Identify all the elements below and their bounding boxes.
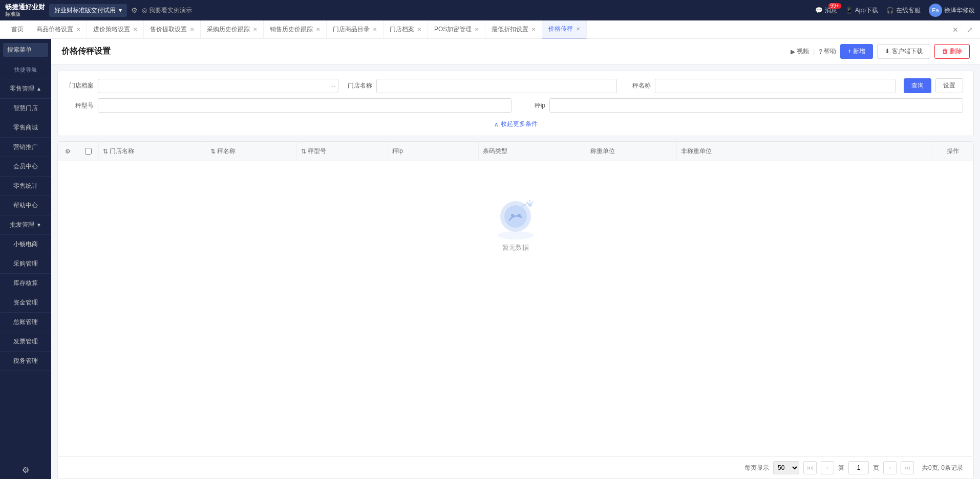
sidebar-item-smart-store[interactable]: 智慧门店: [0, 99, 51, 118]
first-page-button[interactable]: ⏮: [803, 461, 817, 474]
sidebar-item-membership[interactable]: 会员中心: [0, 157, 51, 177]
tab-store-catalog[interactable]: 门店商品目录 ✕: [327, 20, 384, 39]
next-page-button[interactable]: ›: [883, 461, 897, 474]
sidebar-settings-icon[interactable]: ⚙: [22, 465, 29, 475]
sidebar-item-retail-stats[interactable]: 零售统计: [0, 177, 51, 196]
topbar-settings-icon[interactable]: ⚙: [131, 6, 138, 14]
sidebar-item-invoice[interactable]: 发票管理: [0, 332, 51, 352]
sidebar-item-inventory[interactable]: 库存核算: [0, 274, 51, 293]
per-page-select[interactable]: 50 10 20 100: [773, 461, 799, 474]
th-barcode-type: 条码类型: [479, 142, 586, 161]
tab-close-icon[interactable]: ✕: [316, 27, 320, 32]
sidebar-item-ecommerce[interactable]: 小畅电商: [0, 235, 51, 254]
tab-close-icon[interactable]: ✕: [253, 27, 257, 32]
tab-price-scale[interactable]: 价格传秤 ✕: [542, 20, 587, 39]
user-menu-button[interactable]: Ea 徐泽华修改: [929, 4, 975, 17]
help-link[interactable]: ? 帮助: [819, 47, 836, 56]
message-icon: 💬: [815, 7, 823, 14]
video-link[interactable]: ▶ 视频: [791, 47, 809, 56]
sidebar: 搜索菜单 快捷导航 零售管理 ▲ 智慧门店 零售商城 营销推广 会员中心 零售统…: [0, 39, 51, 479]
last-page-button[interactable]: ⏭: [901, 461, 914, 474]
data-table: ⚙ ⇅ 门店名称 ⇅ 秤名称 ⇅ 秤型号: [57, 141, 974, 457]
tab-close-icon[interactable]: ✕: [76, 27, 80, 32]
form-item-store-name: 门店名称: [347, 79, 617, 93]
sidebar-item-finance[interactable]: 资金管理: [0, 293, 51, 313]
page-number-input[interactable]: [848, 461, 869, 474]
scale-name-label: 秤名称: [625, 81, 651, 90]
th-checkbox[interactable]: [78, 142, 99, 161]
messages-button[interactable]: 💬 消息 99+: [815, 6, 837, 15]
tab-purchase-history[interactable]: 采购历史价跟踪 ✕: [201, 20, 264, 39]
tab-sales-history[interactable]: 销售历史价跟踪 ✕: [264, 20, 327, 39]
tab-pos-management[interactable]: POS加密管理 ✕: [428, 20, 485, 39]
top-bar: 畅捷通好业财 标准版 好业财标准版交付试用 ▾ ⚙ ◎ 我要看实例演示 💬 消息…: [0, 0, 980, 20]
scale-name-input[interactable]: [655, 79, 896, 93]
sort-icon[interactable]: ⇅: [301, 148, 306, 155]
tab-close-icon[interactable]: ✕: [576, 26, 580, 32]
ellipsis-icon[interactable]: ···: [330, 82, 335, 90]
scale-model-input[interactable]: [98, 98, 512, 113]
app-download-button[interactable]: 📱 App下载: [845, 6, 878, 15]
sidebar-item-retail-management[interactable]: 零售管理 ▲: [0, 79, 51, 99]
content-area: 价格传秤设置 ▶ 视频 | ? 帮助 + 新增 ⬇ 客户端下载 🗑 删除: [51, 39, 980, 479]
form-item-scale-name: 秤名称: [625, 79, 896, 93]
maximize-tab-icon[interactable]: ⤢: [964, 25, 976, 35]
sidebar-item-marketing[interactable]: 营销推广: [0, 138, 51, 157]
sidebar-item-quick-nav: 快捷导航: [0, 61, 51, 79]
page-title: 价格传秤设置: [61, 46, 111, 57]
online-service-button[interactable]: 🎧 在线客服: [886, 6, 921, 15]
tab-close-icon[interactable]: ✕: [417, 27, 421, 32]
svg-point-0: [498, 231, 534, 239]
select-all-checkbox[interactable]: [85, 148, 92, 155]
tab-close-icon[interactable]: ✕: [133, 27, 137, 32]
store-archive-input[interactable]: [98, 79, 338, 93]
prev-page-button[interactable]: ‹: [821, 461, 834, 474]
chevron-up-icon: ∧: [494, 121, 499, 128]
tab-close-icon[interactable]: ✕: [373, 27, 377, 32]
delete-button[interactable]: 🗑 删除: [934, 44, 970, 59]
store-archive-label: 门店档案: [68, 81, 94, 90]
sidebar-bottom: ⚙: [0, 461, 51, 479]
download-button[interactable]: ⬇ 客户端下载: [877, 44, 930, 59]
close-tab-icon[interactable]: ✕: [949, 25, 962, 35]
version-selector[interactable]: 好业财标准版交付试用 ▾: [49, 4, 127, 17]
settings-form-button[interactable]: 设置: [935, 78, 963, 93]
page-actions: ▶ 视频 | ? 帮助 + 新增 ⬇ 客户端下载 🗑 删除: [791, 44, 970, 59]
scale-ip-input[interactable]: [549, 98, 963, 113]
pagination-total: 共0页, 0条记录: [922, 464, 963, 472]
tab-close-icon[interactable]: ✕: [190, 27, 194, 32]
tab-purchase-strategy[interactable]: 进价策略设置 ✕: [87, 20, 144, 39]
page-suffix: 页: [873, 464, 879, 472]
th-settings[interactable]: ⚙: [58, 142, 78, 161]
sidebar-item-wholesale[interactable]: 批发管理 ▼: [0, 215, 51, 235]
th-scale-model: ⇅ 秤型号: [297, 142, 388, 161]
query-button[interactable]: 查询: [904, 78, 931, 93]
search-menu-button[interactable]: 搜索菜单: [3, 43, 48, 57]
tab-home[interactable]: 首页: [5, 20, 30, 39]
store-name-input[interactable]: [376, 79, 617, 93]
sidebar-item-tax[interactable]: 税务管理: [0, 352, 51, 371]
tab-sale-price[interactable]: 售价提取设置 ✕: [144, 20, 201, 39]
scale-ip-label: 秤ip: [520, 101, 545, 110]
demo-button[interactable]: ◎ 我要看实例演示: [142, 6, 192, 15]
tab-store-archive[interactable]: 门店档案 ✕: [384, 20, 428, 39]
th-scale-ip: 秤ip: [388, 142, 479, 161]
store-name-label: 门店名称: [347, 81, 372, 90]
sidebar-item-retail-mall[interactable]: 零售商城: [0, 118, 51, 138]
th-store-name: ⇅ 门店名称: [99, 142, 206, 161]
add-button[interactable]: + 新增: [840, 44, 873, 59]
sidebar-item-purchase[interactable]: 采购管理: [0, 254, 51, 274]
tab-close-icon[interactable]: ✕: [531, 27, 536, 32]
collapse-button[interactable]: ∧ 收起更多条件: [68, 118, 963, 130]
sidebar-item-general-ledger[interactable]: 总账管理: [0, 313, 51, 332]
chevron-down-icon: ▾: [119, 7, 122, 14]
arrow-up-icon: ▲: [36, 86, 41, 92]
sidebar-item-help-center[interactable]: 帮助中心: [0, 196, 51, 215]
svg-line-7: [527, 202, 528, 203]
tab-close-icon[interactable]: ✕: [475, 27, 479, 32]
tab-product-price[interactable]: 商品价格设置 ✕: [30, 20, 87, 39]
tab-min-discount[interactable]: 最低折扣设置 ✕: [485, 20, 542, 39]
sort-icon[interactable]: ⇅: [210, 148, 216, 155]
svg-line-8: [532, 202, 534, 203]
sort-icon[interactable]: ⇅: [103, 148, 108, 155]
